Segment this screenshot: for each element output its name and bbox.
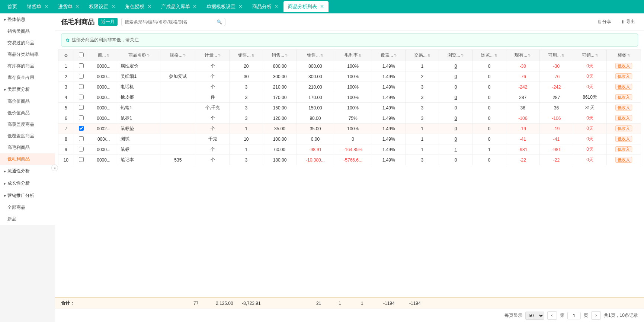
close-products-icon[interactable]: ✕ xyxy=(193,4,197,9)
sidebar-item-sales-category[interactable]: 销售类商品 xyxy=(0,26,55,37)
nav-products[interactable]: 产成品入库单 ✕ xyxy=(157,1,202,12)
sidebar-item-new-products[interactable]: 新品 xyxy=(0,213,55,225)
sidebar-collapse-button[interactable]: « xyxy=(51,165,58,171)
cell-name[interactable]: 鼠标 xyxy=(118,144,160,155)
cell-checkbox[interactable] xyxy=(74,92,89,103)
nav-template[interactable]: 单据模板设置 ✕ xyxy=(202,1,247,12)
cell-name[interactable]: 电话机 xyxy=(118,82,160,92)
cell-browse1[interactable]: 0 xyxy=(439,71,472,82)
search-box[interactable]: 🔍 xyxy=(121,18,225,26)
search-icon[interactable]: 🔍 xyxy=(217,19,222,25)
nav-analysis[interactable]: 商品分析 ✕ xyxy=(248,1,283,12)
row-checkbox[interactable] xyxy=(79,105,84,110)
sidebar-item-category-sales-rate[interactable]: 商品分类助销率 xyxy=(0,49,55,60)
sidebar-group-growth[interactable]: ▸ 成长性分析 xyxy=(0,177,55,189)
nav-home[interactable]: 首页 xyxy=(3,1,22,12)
col-browse1-header[interactable]: 浏览...⇅ xyxy=(439,50,472,61)
nav-roles[interactable]: 角色授权 ✕ xyxy=(121,1,156,12)
col-browse2-header[interactable]: 浏览...⇅ xyxy=(472,50,506,61)
sidebar-item-low-coverage[interactable]: 低覆盖度商品 xyxy=(0,130,55,142)
search-input[interactable] xyxy=(125,19,215,25)
close-analysis-list-icon[interactable]: ✕ xyxy=(320,4,324,9)
sidebar-item-with-stock[interactable]: 有库存的商品 xyxy=(0,60,55,72)
col-trade-header[interactable]: 交易...⇅ xyxy=(406,50,439,61)
col-sellable-header[interactable]: 可销...⇅ xyxy=(573,50,607,61)
sidebar-item-low-value[interactable]: 低价值商品 xyxy=(0,107,55,119)
cell-browse1[interactable]: 0 xyxy=(439,113,472,124)
col-tag-header[interactable]: 标签⇅ xyxy=(607,50,641,61)
cell-name[interactable]: 吴细细1 xyxy=(118,71,160,82)
table-container[interactable]: ⚙ 商...⇅ 商品名称⇅ 规格...⇅ 计量...⇅ 销售...⇅ 销售...… xyxy=(55,50,644,297)
sidebar-group-overview[interactable]: ▾ 整体信息 xyxy=(0,13,55,26)
period-tag[interactable]: 近一月 xyxy=(98,18,118,26)
cell-checkbox[interactable] xyxy=(74,124,89,134)
cell-checkbox[interactable] xyxy=(74,103,89,113)
row-checkbox[interactable] xyxy=(79,84,84,89)
cell-name[interactable]: 鼠标垫 xyxy=(118,124,160,134)
current-page-input[interactable] xyxy=(567,312,581,319)
next-page-button[interactable]: ＞ xyxy=(591,311,601,320)
settings-icon[interactable]: ⚙ xyxy=(64,53,68,58)
sidebar-item-traded[interactable]: 交易过的商品 xyxy=(0,37,55,49)
cell-browse1[interactable]: 0 xyxy=(439,155,472,165)
col-name-header[interactable]: 商品名称⇅ xyxy=(118,50,160,61)
col-sales-qty-header[interactable]: 销售...⇅ xyxy=(230,50,263,61)
cell-name[interactable]: 鼠标1 xyxy=(118,113,160,124)
col-unit-header[interactable]: 计量...⇅ xyxy=(196,50,230,61)
row-checkbox[interactable] xyxy=(79,63,84,68)
cell-browse1[interactable]: 0 xyxy=(439,82,472,92)
col-available-header[interactable]: 可用...⇅ xyxy=(539,50,573,61)
row-checkbox[interactable] xyxy=(79,136,84,141)
sidebar-item-high-value[interactable]: 高价值商品 xyxy=(0,96,55,107)
sidebar-item-low-margin[interactable]: 低毛利商品 xyxy=(0,153,55,165)
nav-analysis-list[interactable]: 商品分析列表 ✕ xyxy=(283,1,329,12)
cell-checkbox[interactable] xyxy=(74,134,89,144)
sidebar-group-flow[interactable]: ▸ 流通性分析 xyxy=(0,165,55,177)
cell-browse1[interactable]: 0 xyxy=(439,92,472,103)
cell-browse1[interactable]: 0 xyxy=(439,103,472,113)
cell-name[interactable]: 笔记本 xyxy=(118,155,160,165)
col-sales-price-header[interactable]: 销售...⇅ xyxy=(263,50,297,61)
cell-checkbox[interactable] xyxy=(74,82,89,92)
share-button[interactable]: ⎘ 分享 xyxy=(595,17,614,26)
cell-browse1[interactable]: 1 xyxy=(439,144,472,155)
nav-purchase[interactable]: 进货单 ✕ xyxy=(54,1,84,12)
sidebar-group-marketing[interactable]: ▾ 营销推广分析 xyxy=(0,189,55,202)
sidebar-item-stock-capital[interactable]: 库存资金占用 xyxy=(0,72,55,83)
row-checkbox[interactable] xyxy=(79,147,84,152)
export-button[interactable]: ⬆ 导出 xyxy=(618,17,638,26)
cell-checkbox[interactable] xyxy=(74,71,89,82)
close-purchase-icon[interactable]: ✕ xyxy=(75,4,79,9)
close-analysis-icon[interactable]: ✕ xyxy=(274,4,278,9)
row-checkbox[interactable] xyxy=(79,157,84,162)
col-coverage-header[interactable]: 覆盖...⇅ xyxy=(372,50,406,61)
select-all-checkbox[interactable] xyxy=(79,52,84,57)
sidebar-item-high-coverage[interactable]: 高覆盖度商品 xyxy=(0,119,55,130)
col-settings[interactable]: ⚙ xyxy=(58,50,74,61)
close-sales-icon[interactable]: ✕ xyxy=(44,4,48,9)
cell-checkbox[interactable] xyxy=(74,155,89,165)
sidebar-item-high-margin[interactable]: 高毛利商品 xyxy=(0,142,55,153)
nav-sales[interactable]: 销货单 ✕ xyxy=(22,1,53,12)
prev-page-button[interactable]: ＜ xyxy=(547,311,557,320)
col-checkbox-header[interactable] xyxy=(74,50,89,61)
col-gross-rate-header[interactable]: 毛利率⇅ xyxy=(334,50,372,61)
row-checkbox[interactable] xyxy=(79,126,84,131)
close-permissions-icon[interactable]: ✕ xyxy=(111,4,115,9)
cell-browse1[interactable]: 0 xyxy=(439,124,472,134)
cell-browse1[interactable]: 0 xyxy=(439,134,472,144)
col-sales-amount-header[interactable]: 销售...⇅ xyxy=(297,50,334,61)
row-checkbox[interactable] xyxy=(79,95,84,99)
col-code-header[interactable]: 商...⇅ xyxy=(89,50,118,61)
col-spec-header[interactable]: 规格...⇅ xyxy=(160,50,196,61)
row-checkbox[interactable] xyxy=(79,115,84,120)
col-current-header[interactable]: 现有...⇅ xyxy=(506,50,539,61)
cell-checkbox[interactable] xyxy=(74,113,89,124)
close-template-icon[interactable]: ✕ xyxy=(238,4,243,9)
cell-checkbox[interactable] xyxy=(74,61,89,71)
cell-browse1[interactable]: 0 xyxy=(439,61,472,71)
row-checkbox[interactable] xyxy=(79,74,84,79)
cell-name[interactable]: 铅笔1 xyxy=(118,103,160,113)
close-roles-icon[interactable]: ✕ xyxy=(147,4,151,9)
cell-name[interactable]: 属性定价 xyxy=(118,61,160,71)
